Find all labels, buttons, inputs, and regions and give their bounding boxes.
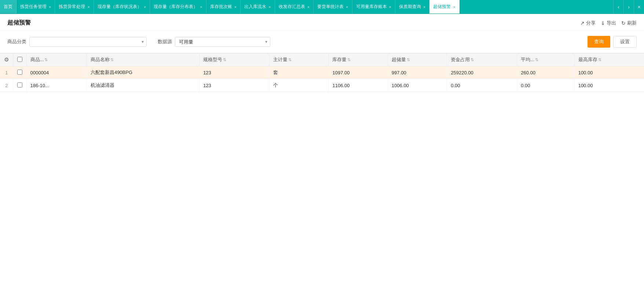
row-unit: 个: [270, 79, 329, 92]
nav-tab-close-available[interactable]: ×: [389, 5, 391, 9]
row-overstock: 997.00: [388, 66, 447, 79]
col-name[interactable]: 商品名称⇅: [87, 53, 199, 66]
nav-tab-close-inventory-dist[interactable]: ×: [200, 5, 202, 9]
share-button[interactable]: ↗ 分享: [580, 20, 596, 26]
nav-tab-batch[interactable]: 库存批次账×: [206, 0, 241, 14]
col-checkbox[interactable]: [13, 53, 26, 66]
nav-tab-label-task: 拣货任务管理: [20, 4, 47, 10]
settings-button[interactable]: 设置: [613, 36, 637, 48]
nav-tab-close-collect[interactable]: ×: [307, 5, 310, 9]
row-checkbox[interactable]: [13, 79, 26, 92]
share-icon: ↗: [580, 20, 585, 26]
col-capital[interactable]: 资金占用⇅: [447, 53, 517, 66]
category-select-wrapper: [29, 37, 147, 47]
nav-close-btn[interactable]: ×: [634, 0, 644, 14]
page-header: 超储预警 ↗ 分享 ⇓ 导出 ↻ 刷新: [0, 14, 644, 31]
datasource-select[interactable]: 可用量: [175, 37, 270, 47]
sort-unit-icon: ⇅: [288, 58, 292, 62]
datasource-select-wrapper: 可用量: [175, 37, 270, 47]
export-icon: ⇓: [601, 20, 605, 26]
row-stock: 1097.00: [329, 66, 388, 79]
col-spec[interactable]: 规格型号⇅: [200, 53, 270, 66]
sort-maxstock-icon: ⇅: [598, 58, 601, 62]
row-checkbox-input[interactable]: [17, 82, 22, 88]
nav-tab-label-inventory-dist: 现存量（库存分布表）: [154, 4, 198, 10]
row-name: 六配套新昌490BPG: [87, 66, 199, 79]
nav-tab-label-available: 可用量库存账本: [356, 4, 387, 10]
nav-arrows: ‹ › ×: [613, 0, 644, 14]
nav-tab-task[interactable]: 拣货任务管理×: [17, 0, 55, 14]
row-checkbox-input[interactable]: [17, 70, 22, 75]
col-avg[interactable]: 平均...⇅: [517, 53, 574, 66]
nav-tab-label-home: 首页: [4, 4, 12, 10]
refresh-button[interactable]: ↻ 刷新: [621, 20, 637, 26]
col-stock[interactable]: 库存量⇅: [329, 53, 388, 66]
col-code[interactable]: 商品...⇅: [26, 53, 87, 66]
table-body: 10000004六配套新昌490BPG123套1097.00997.002592…: [0, 66, 644, 92]
nav-tab-close-inout-flow[interactable]: ×: [268, 5, 271, 9]
col-maxstock[interactable]: 最高库存⇅: [574, 53, 644, 66]
table-head: ⚙ 商品...⇅ 商品名称⇅ 规格型号⇅ 主计量⇅: [0, 53, 644, 66]
settings-gear-icon[interactable]: ⚙: [4, 56, 9, 63]
nav-tab-quality[interactable]: 保质期查询×: [395, 0, 429, 14]
filter-area: 商品分类 数据源 可用量 查询 设置: [0, 31, 644, 53]
sort-spec-icon: ⇅: [223, 58, 226, 62]
row-name: 机油滤清器: [87, 79, 199, 92]
nav-tab-overstock[interactable]: 超储预警×: [429, 0, 459, 14]
sort-overstock-icon: ⇅: [407, 58, 410, 62]
row-maxstock: 100.00: [574, 79, 644, 92]
row-overstock: 1006.00: [388, 79, 447, 92]
sort-code-icon: ⇅: [44, 58, 48, 62]
main-content: 超储预警 ↗ 分享 ⇓ 导出 ↻ 刷新 商品分类: [0, 14, 644, 293]
nav-tab-close-batch[interactable]: ×: [234, 5, 237, 9]
nav-tab-close-demand[interactable]: ×: [346, 5, 348, 9]
filter-actions: 查询 设置: [588, 36, 637, 48]
row-capital: 259220.00: [447, 66, 517, 79]
nav-tab-label-batch: 库存批次账: [210, 4, 232, 10]
nav-tab-close-overstock[interactable]: ×: [453, 5, 455, 9]
row-num: 1: [0, 66, 13, 79]
datasource-filter-group: 数据源 可用量: [158, 37, 270, 47]
row-stock: 1106.00: [329, 79, 388, 92]
sort-avg-icon: ⇅: [535, 58, 538, 62]
nav-prev-btn[interactable]: ‹: [613, 0, 623, 14]
row-spec: 123: [200, 66, 270, 79]
col-overstock[interactable]: 超储量⇅: [388, 53, 447, 66]
col-unit[interactable]: 主计量⇅: [270, 53, 329, 66]
row-avg: 260.00: [517, 66, 574, 79]
nav-tab-demand[interactable]: 要货单统计表×: [314, 0, 352, 14]
data-table: ⚙ 商品...⇅ 商品名称⇅ 规格型号⇅ 主计量⇅: [0, 53, 644, 92]
nav-next-btn[interactable]: ›: [623, 0, 634, 14]
row-unit: 套: [270, 66, 329, 79]
nav-tab-home[interactable]: 首页: [0, 0, 17, 14]
col-settings[interactable]: ⚙: [0, 53, 13, 66]
nav-tab-close-task[interactable]: ×: [49, 5, 51, 9]
row-checkbox[interactable]: [13, 66, 26, 79]
nav-tab-inventory-dist[interactable]: 现存量（库存分布表）×: [150, 0, 206, 14]
refresh-icon: ↻: [621, 20, 626, 26]
select-all-checkbox[interactable]: [17, 57, 22, 62]
datasource-label: 数据源: [158, 38, 172, 45]
nav-tab-close-quality[interactable]: ×: [423, 5, 425, 9]
nav-tab-label-inventory-status: 现存量（库存状况表）: [98, 4, 142, 10]
nav-tab-label-inout-flow: 出入库流水: [244, 4, 266, 10]
nav-tab-collect[interactable]: 收发存汇总表×: [275, 0, 314, 14]
nav-tab-available[interactable]: 可用量库存账本×: [352, 0, 395, 14]
nav-tab-close-inventory-status[interactable]: ×: [144, 5, 146, 9]
table-row[interactable]: 2186-10...机油滤清器123个1106.001006.000.000.0…: [0, 79, 644, 92]
nav-tab-abnormal[interactable]: 拣货异常处理×: [55, 0, 94, 14]
row-capital: 0.00: [447, 79, 517, 92]
category-select[interactable]: [29, 37, 147, 47]
export-button[interactable]: ⇓ 导出: [601, 20, 616, 26]
nav-tab-label-quality: 保质期查询: [399, 4, 421, 10]
nav-tab-label-overstock: 超储预警: [433, 4, 451, 10]
top-nav: 首页拣货任务管理×拣货异常处理×现存量（库存状况表）×现存量（库存分布表）×库存…: [0, 0, 644, 14]
nav-tab-inout-flow[interactable]: 出入库流水×: [241, 0, 275, 14]
nav-tab-label-collect: 收发存汇总表: [279, 4, 305, 10]
nav-tab-label-demand: 要货单统计表: [317, 4, 344, 10]
sort-capital-icon: ⇅: [471, 58, 474, 62]
nav-tab-close-abnormal[interactable]: ×: [87, 5, 89, 9]
query-button[interactable]: 查询: [588, 36, 610, 48]
nav-tab-inventory-status[interactable]: 现存量（库存状况表）×: [94, 0, 150, 14]
table-row[interactable]: 10000004六配套新昌490BPG123套1097.00997.002592…: [0, 66, 644, 79]
